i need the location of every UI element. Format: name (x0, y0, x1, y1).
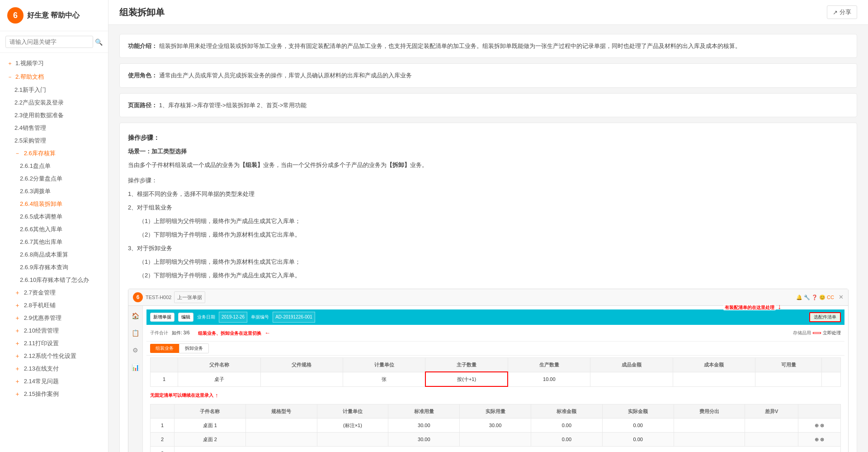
cell-no: 3 (151, 447, 175, 452)
cell-cost-amt (673, 372, 755, 386)
step2: 2、对于组装业务 (128, 202, 849, 214)
ss-system-no: TEST-H002 (146, 292, 171, 302)
sidebar-item-install[interactable]: 2.2产品安装及登录 (0, 96, 108, 109)
sidebar-item-2-6-1[interactable]: 2.6.1盘点单 (0, 160, 108, 172)
scene1-desc: 当由多个子件材料组装成一个成品的业务为【组装】业务，当由一个父件拆分成多个子产品… (128, 159, 849, 171)
col-no (151, 404, 175, 419)
ss-tab-assembly[interactable]: 组装业务 (150, 344, 179, 353)
sidebar-item-coupon[interactable]: ＋ 2.9优惠券管理 (0, 312, 108, 324)
col-actions (798, 404, 840, 419)
ss-enable-label: 存储品用 (793, 328, 811, 338)
sidebar: 6 好生意 帮助中心 🔍 ＋ 1.视频学习 － 2.帮助文档 2.1新手入门 2… (0, 0, 108, 452)
sidebar-item-print[interactable]: ＋ 2.11打印设置 (0, 337, 108, 350)
ss-sub-info: 子件合计 (150, 328, 168, 338)
annotation-enable: 存储品用 立即处理 (793, 328, 841, 338)
ss-type-row: 组装业务 拆卸业务 (146, 342, 844, 356)
ss-enable-input (813, 332, 821, 334)
sidebar-item-data-prep[interactable]: 2.3使用前数据准备 (0, 109, 108, 122)
step3-1: （1）上部明细为父件明细，最终作为原材料生成其它出库单； (128, 256, 849, 268)
sidebar-item-2-6-2[interactable]: 2.6.2分量盘点单 (0, 172, 108, 185)
ss-tab-disassembly[interactable]: 拆卸业务 (179, 343, 209, 353)
role-block: 使用角色： 通常由生产人员或库管人员完成拆装业务的操作，库管人员确认原材料的出库… (119, 63, 857, 87)
search-input[interactable] (5, 36, 93, 48)
step2-2: （2）下部明细为子件明细，最终作为原材料生成其它出库单。 (128, 229, 849, 241)
annotation-type: 组装业务、拆卸业务在这里切换 ← (197, 327, 270, 339)
sidebar-item-faq[interactable]: ＋ 2.14常见问题 (0, 375, 108, 388)
sidebar-item-mobile[interactable]: ＋ 2.8手机旺铺 (0, 299, 108, 312)
share-button[interactable]: ↗ 分享 (827, 5, 857, 19)
ss-close-icon[interactable]: ✕ (839, 291, 844, 303)
cell-diff (745, 433, 798, 447)
path-block: 页面路径： 1、库存核算->库存管理->组装拆卸单 2、首页->常用功能 (119, 93, 857, 117)
ss-prev-btn[interactable]: 上一张单据 (174, 291, 205, 303)
step3: 3、对于拆卸业务 (128, 243, 849, 254)
sidebar-item-payment[interactable]: ＋ 2.13在线支付 (0, 362, 108, 375)
sidebar-item-finance[interactable]: ＋ 2.7资金管理 (0, 286, 108, 299)
ss-app-icon: 6 (133, 292, 143, 302)
sidebar-item-2-6-4[interactable]: 2.6.4组装拆卸单 (0, 198, 108, 210)
cell-std-amt: 0.00 (531, 433, 603, 447)
col-cost-out: 费用分出 (674, 404, 745, 419)
sidebar-item-sales[interactable]: 2.4销售管理 (0, 122, 108, 134)
ss-btn-bom[interactable]: 选配件清单 (809, 312, 841, 322)
content-area: 功能介绍： 组装拆卸单用来处理企业组装或拆卸等加工业务，支持有固定装配清单的产品… (108, 25, 868, 452)
ss-sub-toolbar: 子件合计 如件: 3/6 组装业务、拆卸业务在这里切换 ← 存储品用 (146, 325, 844, 342)
cell-cost-out (674, 433, 745, 447)
sidebar-item-2-6-9[interactable]: 2.6.9库存账本查询 (0, 261, 108, 274)
step2-1: （1）上部明细为父件明细，最终作为产成品生成其它入库单； (128, 215, 849, 227)
annotation-bom: 有装配清单的在这里处理 ↓ (723, 300, 781, 314)
topbar: 组装拆卸单 ↗ 分享 (108, 0, 868, 25)
nav-list: ＋ 1.视频学习 － 2.帮助文档 2.1新手入门 2.2产品安装及登录 2.3… (0, 53, 108, 452)
cell-std-qty: 30.00 (388, 433, 460, 447)
ss-lower-table-head: 子件名称 规格型号 计量单位 标准用量 实际用量 标准金额 实际金额 费用分出 (151, 404, 841, 419)
ann-bom-text: 有装配清单的在这里处理 (723, 305, 776, 310)
cell-prod-qty: 10.00 (508, 372, 590, 386)
func-intro-label: 功能介绍： (128, 43, 157, 49)
sidebar-item-operation[interactable]: ＋ 2.10经营管理 (0, 324, 108, 337)
search-button[interactable]: 🔍 (95, 38, 103, 46)
arrow-up-icon: ↑ (215, 390, 218, 401)
share-label: 分享 (840, 8, 851, 16)
sidebar-item-2-6-3[interactable]: 2.6.3调拨单 (0, 185, 108, 198)
arrow-down-icon: ↓ (778, 303, 781, 310)
sidebar-item-docs[interactable]: － 2.帮助文档 (0, 70, 108, 84)
ss-icon-home: 🏠 (132, 309, 139, 322)
ss-lower-table-body: 1 桌面 1 (标注×1) 30.00 30.00 0.00 0.00 (151, 419, 841, 452)
main-area: 组装拆卸单 ↗ 分享 功能介绍： 组装拆卸单用来处理企业组装或拆卸等加工业务，支… (108, 0, 868, 452)
sidebar-item-2-6-8[interactable]: 2.6.8商品成本重算 (0, 248, 108, 261)
col-cost-amt: 成本金额 (673, 358, 755, 372)
col-prod-qty: 生产数量 (508, 358, 590, 372)
ss-confirm-btn[interactable]: 立即处理 (823, 328, 841, 338)
ss-lower-table-area: 子件名称 规格型号 计量单位 标准用量 实际用量 标准金额 实际金额 费用分出 (146, 402, 844, 452)
table-row: 1 桌面 1 (标注×1) 30.00 30.00 0.00 0.00 (151, 419, 841, 433)
sidebar-item-settings[interactable]: ＋ 2.12系统个性化设置 (0, 350, 108, 362)
ss-billno-label: 单据编号 (251, 313, 269, 322)
cell-act-qty: 30.00 (460, 419, 531, 433)
step1: 1、根据不同的业务，选择不同单据的类型来处理 (128, 188, 849, 200)
sidebar-item-2-6-6[interactable]: 2.6.6其他入库单 (0, 223, 108, 236)
sidebar-item-cases[interactable]: ＋ 2.15操作案例 (0, 388, 108, 400)
sidebar-item-inventory[interactable]: － 2.6库存核算 (0, 147, 108, 160)
sidebar-item-label: 2.帮助文档 (15, 73, 44, 81)
path-text: 1、库存核算->库存管理->组装拆卸单 2、首页->常用功能 (159, 102, 307, 109)
sidebar-item-purchase[interactable]: 2.5采购管理 (0, 134, 108, 147)
ss-title-left: 6 TEST-H002 上一张单据 (133, 291, 205, 303)
cell-diff (745, 419, 798, 433)
sidebar-item-2-6-7[interactable]: 2.6.7其他出库单 (0, 236, 108, 248)
col-diff: 差异V (745, 404, 798, 419)
ss-upper-table-area: 父件名称 父件规格 计量单位 主子数量 生产数量 成品金额 成本金额 可用量 (146, 356, 844, 389)
ss-left-sidebar: 🏠 📋 ⚙ 📊 (128, 306, 143, 452)
ss-icon-list: 📋 (132, 327, 139, 339)
logo-area: 6 好生意 帮助中心 (0, 0, 108, 31)
cell-std-amt: 0.00 (531, 419, 603, 433)
ss-btn-edit[interactable]: 编辑 (178, 313, 193, 322)
col-main-qty: 主子数量 (425, 358, 508, 372)
screenshot-inner: 6 TEST-H002 上一张单据 🔔 🔧 ❓ 😊 CC ✕ 🏠 (128, 289, 848, 452)
sidebar-item-newbie[interactable]: 2.1新手入门 (0, 84, 108, 96)
sidebar-item-video[interactable]: ＋ 1.视频学习 (0, 57, 108, 70)
sidebar-item-2-6-5[interactable]: 2.6.5成本调整单 (0, 210, 108, 223)
ss-upper-table: 父件名称 父件规格 计量单位 主子数量 生产数量 成品金额 成本金额 可用量 (150, 357, 841, 387)
sidebar-item-2-6-10[interactable]: 2.6.10库存账本错了怎么办 (0, 274, 108, 286)
func-intro-block: 功能介绍： 组装拆卸单用来处理企业组装或拆卸等加工业务，支持有固定装配清单的产品… (119, 34, 857, 58)
ss-btn-new[interactable]: 新增单据 (150, 313, 175, 322)
